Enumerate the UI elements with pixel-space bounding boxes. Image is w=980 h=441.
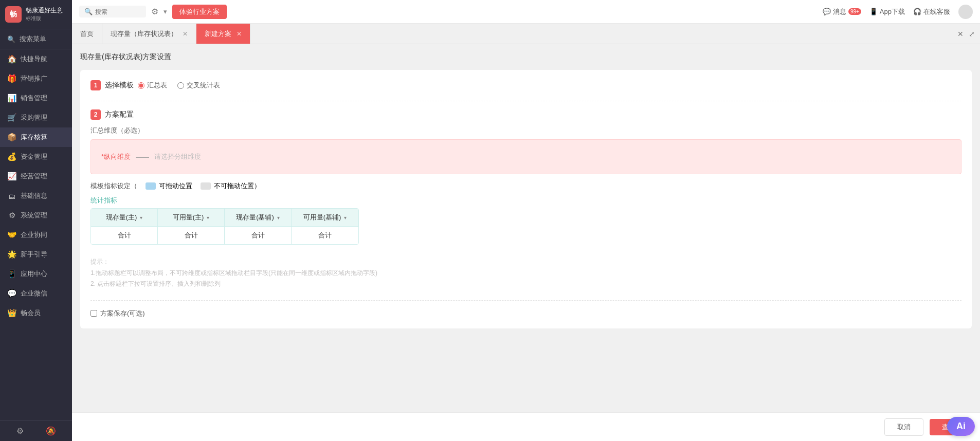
app-download-button[interactable]: 📱 App下载 bbox=[869, 7, 905, 16]
topbar: 🔍 ⚙ ▾ 体验行业方案 💬 消息 99+ 📱 App下载 🎧 在线客服 bbox=[72, 0, 980, 24]
step1-section: 1 选择模板 汇总表 交叉统计表 bbox=[90, 80, 961, 90]
radio-cross-table-label: 交叉统计表 bbox=[187, 81, 220, 90]
sidebar-item-label: 企业微信 bbox=[21, 289, 47, 298]
topbar-search-icon: 🔍 bbox=[84, 8, 93, 15]
stats-header-label-2: 现存量(基辅) bbox=[236, 213, 274, 222]
sidebar-item-marketing[interactable]: 🎁 营销推广 bbox=[0, 69, 72, 88]
tab-inventory-status[interactable]: 现存量（库存状况表） ✕ bbox=[102, 24, 196, 44]
sidebar-mute-btn[interactable]: 🔕 bbox=[46, 426, 56, 436]
sidebar-item-system[interactable]: ⚙ 系统管理 bbox=[0, 206, 72, 225]
operations-icon: 📈 bbox=[7, 172, 16, 181]
step2-section: 2 方案配置 汇总维度（必选） *纵向维度 —— 请选择分组维度 模板指标设定（ bbox=[90, 109, 961, 290]
stats-table: 现存量(主) ▾ 可用量(主) ▾ 现存量(基辅) ▾ bbox=[90, 208, 359, 245]
quick-nav-icon: 🏠 bbox=[7, 54, 16, 64]
system-icon: ⚙ bbox=[7, 211, 16, 220]
dimension-required-mark: *纵向维度 bbox=[101, 152, 131, 161]
stats-header-cell-2[interactable]: 现存量(基辅) ▾ bbox=[225, 209, 292, 226]
tab-bar-right-icons: ✕ ⤢ bbox=[952, 24, 980, 44]
sidebar-item-inventory[interactable]: 📦 库存核算 bbox=[0, 127, 72, 147]
sidebar: 畅 畅康通好生意 标准版 🔍 搜索菜单 🏠 快捷导航 🎁 营销推广 📊 销售管理… bbox=[0, 0, 72, 441]
tab-expand-icon[interactable]: ⤢ bbox=[969, 30, 975, 38]
sidebar-item-quick-nav[interactable]: 🏠 快捷导航 bbox=[0, 49, 72, 69]
industry-scheme-button[interactable]: 体验行业方案 bbox=[172, 5, 227, 19]
stats-data-cell-1: 合计 bbox=[158, 226, 225, 244]
app-download-label: App下载 bbox=[880, 7, 905, 16]
sidebar-item-wechat[interactable]: 💬 企业微信 bbox=[0, 284, 72, 303]
app-name: 畅康通好生意 bbox=[26, 7, 63, 15]
cancel-button[interactable]: 取消 bbox=[884, 418, 923, 436]
basic-info-icon: 🗂 bbox=[7, 191, 16, 200]
headset-icon: 🎧 bbox=[913, 8, 921, 15]
app-logo-icon: 畅 bbox=[5, 6, 22, 23]
save-option-checkbox[interactable] bbox=[90, 310, 97, 317]
dimension-separator: —— bbox=[136, 153, 149, 161]
sidebar-item-app-center[interactable]: 📱 应用中心 bbox=[0, 264, 72, 284]
app-name-block: 畅康通好生意 标准版 bbox=[26, 7, 63, 22]
topbar-search-box[interactable]: 🔍 bbox=[79, 6, 146, 17]
online-support-button[interactable]: 🎧 在线客服 bbox=[913, 7, 950, 16]
tip-2: 2. 点击标题栏下拉可设置排序、插入列和删除列 bbox=[90, 279, 961, 290]
stats-header-cell-1[interactable]: 可用量(主) ▾ bbox=[158, 209, 225, 226]
topbar-dropdown-icon[interactable]: ▾ bbox=[164, 8, 167, 15]
tab-inventory-label: 现存量（库存状况表） bbox=[111, 29, 177, 39]
marketing-icon: 🎁 bbox=[7, 74, 16, 83]
sales-icon: 📊 bbox=[7, 94, 16, 103]
stats-header-label-3: 可用量(基辅) bbox=[303, 213, 341, 222]
radio-cross-table-input[interactable] bbox=[177, 82, 184, 89]
radio-cross-table[interactable]: 交叉统计表 bbox=[177, 81, 220, 90]
tab-home[interactable]: 首页 bbox=[72, 24, 102, 44]
stats-header-cell-3[interactable]: 可用量(基辅) ▾ bbox=[292, 209, 358, 226]
tab-new-scheme-close-icon[interactable]: ✕ bbox=[237, 30, 242, 38]
topbar-right: 💬 消息 99+ 📱 App下载 🎧 在线客服 bbox=[823, 5, 973, 19]
sidebar-item-label: 经营管理 bbox=[21, 172, 47, 181]
ai-float-button[interactable]: Ai bbox=[947, 417, 975, 436]
sidebar-item-purchase[interactable]: 🛒 采购管理 bbox=[0, 108, 72, 127]
sidebar-search-label: 搜索菜单 bbox=[20, 34, 46, 44]
sidebar-item-label: 快捷导航 bbox=[21, 54, 47, 64]
dimension-placeholder: 请选择分组维度 bbox=[154, 152, 201, 161]
radio-summary-table-input[interactable] bbox=[138, 82, 144, 89]
radio-summary-table[interactable]: 汇总表 bbox=[138, 81, 167, 90]
user-avatar[interactable] bbox=[958, 5, 973, 19]
stats-label: 统计指标 bbox=[90, 196, 961, 205]
stats-header-cell-0[interactable]: 现存量(主) ▾ bbox=[91, 209, 158, 226]
stats-header-chevron-2[interactable]: ▾ bbox=[277, 215, 280, 220]
tab-inventory-close-icon[interactable]: ✕ bbox=[183, 30, 188, 38]
step2-header: 2 方案配置 bbox=[90, 109, 961, 120]
sidebar-item-sales[interactable]: 📊 销售管理 bbox=[0, 88, 72, 108]
sidebar-item-finance[interactable]: 💰 资金管理 bbox=[0, 147, 72, 167]
finance-icon: 💰 bbox=[7, 152, 16, 161]
tab-new-scheme[interactable]: 新建方案 ✕ bbox=[196, 24, 250, 44]
wechat-icon: 💬 bbox=[7, 289, 16, 298]
member-icon: 👑 bbox=[7, 308, 16, 318]
scheme-settings-panel: 1 选择模板 汇总表 交叉统计表 bbox=[80, 70, 972, 328]
sidebar-item-cooperation[interactable]: 🤝 企业协同 bbox=[0, 225, 72, 245]
tab-home-label: 首页 bbox=[80, 29, 94, 39]
step-divider-2 bbox=[90, 300, 961, 301]
indicator-immovable-label: 不可拖动位置） bbox=[214, 181, 261, 191]
sidebar-item-basic-info[interactable]: 🗂 基础信息 bbox=[0, 186, 72, 206]
tab-close-all-icon[interactable]: ✕ bbox=[957, 30, 964, 38]
stats-header-chevron-3[interactable]: ▾ bbox=[344, 215, 347, 220]
messages-button[interactable]: 💬 消息 99+ bbox=[823, 7, 861, 16]
topbar-search-input[interactable] bbox=[95, 8, 136, 15]
dimension-area[interactable]: *纵向维度 —— 请选择分组维度 bbox=[90, 139, 961, 174]
indicator-settings-row: 模板指标设定（ 可拖动位置 不可拖动位置） bbox=[90, 181, 961, 191]
online-support-label: 在线客服 bbox=[923, 7, 950, 16]
sidebar-search[interactable]: 🔍 搜索菜单 bbox=[0, 29, 72, 49]
sidebar-item-operations[interactable]: 📈 经营管理 bbox=[0, 167, 72, 186]
stats-data-cell-0: 合计 bbox=[91, 226, 158, 244]
sidebar-menu: 🏠 快捷导航 🎁 营销推广 📊 销售管理 🛒 采购管理 📦 库存核算 💰 资金管… bbox=[0, 49, 72, 420]
sidebar-item-member[interactable]: 👑 畅会员 bbox=[0, 303, 72, 323]
stats-header-chevron-1[interactable]: ▾ bbox=[207, 215, 209, 220]
app-edition: 标准版 bbox=[26, 15, 63, 22]
sidebar-settings-btn[interactable]: ⚙ bbox=[16, 426, 24, 436]
messages-badge: 99+ bbox=[848, 8, 861, 15]
tab-bar: 首页 现存量（库存状况表） ✕ 新建方案 ✕ ✕ ⤢ bbox=[72, 24, 980, 44]
stats-header-chevron-0[interactable]: ▾ bbox=[140, 215, 142, 220]
sidebar-item-new-guide[interactable]: 🌟 新手引导 bbox=[0, 245, 72, 264]
message-icon: 💬 bbox=[823, 8, 831, 15]
tip-1: 1.拖动标题栏可以调整布局，不可跨维度或指标区域拖动栏目字段(只能在同一维度或指… bbox=[90, 268, 961, 279]
topbar-settings-icon[interactable]: ⚙ bbox=[151, 7, 158, 16]
footer-bar: 取消 查询 bbox=[72, 412, 980, 441]
